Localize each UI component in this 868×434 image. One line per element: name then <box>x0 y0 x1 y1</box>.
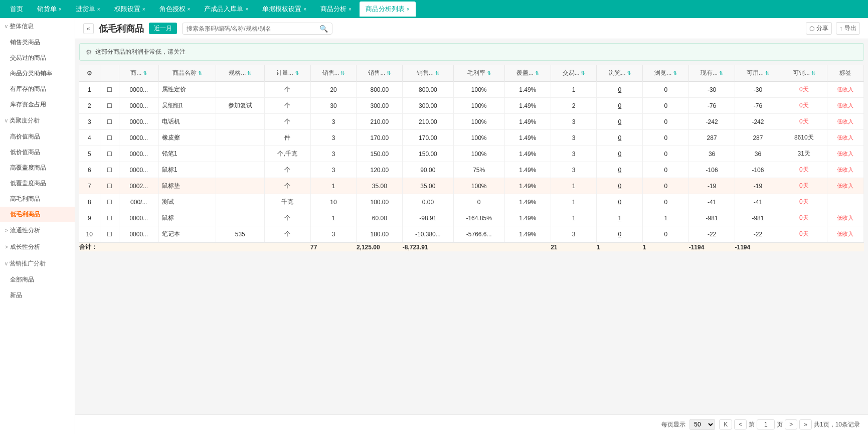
col-header-sales_price[interactable]: 销售... ⇅ <box>357 65 403 82</box>
sidebar-item-全部商品[interactable]: 全部商品 <box>0 272 75 287</box>
col-header-browse1[interactable]: 浏览... ⇅ <box>597 65 643 82</box>
sidebar-group-整体信息[interactable]: v 整体信息 <box>0 18 75 35</box>
nav-item-商品分析[interactable]: 商品分析 × <box>314 2 358 17</box>
col-header-current_stock[interactable]: 现有... ⇅ <box>689 65 735 82</box>
browse1-link[interactable]: 0 <box>618 167 622 174</box>
row-number: 1 <box>79 82 100 98</box>
nav-close-icon[interactable]: × <box>407 7 410 12</box>
browse1-link[interactable]: 0 <box>618 86 622 93</box>
page-input[interactable] <box>757 419 775 429</box>
sidebar-item-有库存的商品[interactable]: 有库存的商品 <box>0 81 75 97</box>
product-code: 0000... <box>119 210 158 226</box>
period-button[interactable]: 近一月 <box>149 23 177 34</box>
per-page-select[interactable]: 2050100200 <box>689 419 715 430</box>
sort-icon: ⇅ <box>339 70 345 76</box>
col-header-browse2[interactable]: 浏览... ⇅ <box>643 65 689 82</box>
tag: 低收入 <box>827 98 863 114</box>
sidebar-item-交易过的商品[interactable]: 交易过的商品 <box>0 50 75 66</box>
col-header-available[interactable]: 可用... ⇅ <box>735 65 781 82</box>
nav-item-权限设置[interactable]: 权限设置 × <box>108 2 151 17</box>
col-header-sales_amount[interactable]: 销售... ⇅ <box>403 65 453 82</box>
browse1-link[interactable]: 1 <box>618 215 622 222</box>
saleable-days: 0天 <box>781 162 827 178</box>
col-header-unit[interactable]: 计量... ⇅ <box>264 65 310 82</box>
col-header-name[interactable]: 商品名称 ⇅ <box>158 65 216 82</box>
trade-count: 1 <box>551 82 597 98</box>
sales-amount: -10,380... <box>403 226 453 243</box>
col-header-sales_qty[interactable]: 销售... ⇅ <box>310 65 357 82</box>
row-checkbox[interactable]: ☐ <box>100 114 119 130</box>
last-page-button[interactable]: » <box>799 419 812 429</box>
sales-qty: 1 <box>310 178 357 194</box>
browse1-link[interactable]: 0 <box>618 102 622 109</box>
col-header-gross_margin[interactable]: 毛利率 ⇅ <box>453 65 504 82</box>
nav-close-icon[interactable]: × <box>245 7 248 12</box>
nav-item-进货单[interactable]: 进货单 × <box>70 2 106 17</box>
first-page-button[interactable]: K <box>719 419 732 429</box>
row-checkbox[interactable]: ☐ <box>100 194 119 210</box>
nav-item-单据模板设置[interactable]: 单据模板设置 × <box>256 2 312 17</box>
nav-close-icon[interactable]: × <box>349 7 352 12</box>
sidebar-item-高毛利商品[interactable]: 高毛利商品 <box>0 191 75 207</box>
browse1-link[interactable]: 0 <box>618 151 622 158</box>
row-checkbox[interactable]: ☐ <box>100 178 119 194</box>
nav-close-icon[interactable]: × <box>142 7 145 12</box>
browse1-link[interactable]: 0 <box>618 118 622 125</box>
product-code: 0000... <box>119 82 158 98</box>
row-checkbox[interactable]: ☐ <box>100 226 119 243</box>
sidebar-item-新品[interactable]: 新品 <box>0 287 75 303</box>
available: -76 <box>735 98 781 114</box>
nav-close-icon[interactable]: × <box>188 7 191 12</box>
sidebar-item-商品分类助销率[interactable]: 商品分类助销率 <box>0 66 75 81</box>
browse1-link[interactable]: 0 <box>618 183 622 190</box>
sidebar-item-高价值商品[interactable]: 高价值商品 <box>0 129 75 144</box>
col-header-trade_count[interactable]: 交易... ⇅ <box>551 65 597 82</box>
col-header-saleable[interactable]: 可销... ⇅ <box>781 65 827 82</box>
sidebar-item-低价值商品[interactable]: 低价值商品 <box>0 144 75 160</box>
row-checkbox[interactable]: ☐ <box>100 146 119 162</box>
row-checkbox[interactable]: ☐ <box>100 82 119 98</box>
nav-close-icon[interactable]: × <box>59 7 62 12</box>
share-button[interactable]: ⬡ 分享 <box>806 22 832 35</box>
browse1-link[interactable]: 0 <box>618 199 622 206</box>
row-checkbox[interactable]: ☐ <box>100 98 119 114</box>
nav-item-角色授权[interactable]: 角色授权 × <box>153 2 197 17</box>
sidebar-item-销售类商品[interactable]: 销售类商品 <box>0 35 75 50</box>
nav-item-商品分析列表[interactable]: 商品分析列表 × <box>360 2 416 17</box>
sidebar-item-低覆盖度商品[interactable]: 低覆盖度商品 <box>0 176 75 191</box>
sidebar-item-高覆盖度商品[interactable]: 高覆盖度商品 <box>0 160 75 176</box>
col-header-coverage[interactable]: 覆盖... ⇅ <box>504 65 551 82</box>
nav-item-首页[interactable]: 首页 <box>4 2 29 17</box>
next-page-button[interactable]: > <box>785 419 797 429</box>
product-name: 测试 <box>158 194 216 210</box>
sales-amount: 90.00 <box>403 162 453 178</box>
row-checkbox[interactable]: ☐ <box>100 130 119 146</box>
nav-close-icon[interactable]: × <box>97 7 100 12</box>
row-checkbox[interactable]: ☐ <box>100 162 119 178</box>
nav-item-产成品入库单[interactable]: 产成品入库单 × <box>198 2 254 17</box>
search-icon[interactable]: 🔍 <box>319 25 328 33</box>
export-button[interactable]: ↑ 导出 <box>836 22 860 35</box>
nav-close-icon[interactable]: × <box>303 7 306 12</box>
browse1-link[interactable]: 0 <box>618 231 622 238</box>
col-header-code[interactable]: 商... ⇅ <box>119 65 158 82</box>
coverage: 1.49% <box>504 194 551 210</box>
search-input[interactable] <box>187 25 319 32</box>
total-info: 共1页，10条记录 <box>814 420 860 429</box>
sidebar-item-低毛利商品[interactable]: 低毛利商品 <box>0 207 75 222</box>
collapse-button[interactable]: « <box>83 23 94 34</box>
sidebar-group-成长性分析[interactable]: > 成长性分析 <box>0 239 75 255</box>
sidebar-group-类聚度分析[interactable]: v 类聚度分析 <box>0 112 75 129</box>
nav-item-销货单[interactable]: 销货单 × <box>31 2 68 17</box>
trade-count: 3 <box>551 146 597 162</box>
col-header-spec[interactable]: 规格... ⇅ <box>216 65 264 82</box>
coverage: 1.49% <box>504 178 551 194</box>
sidebar-group-流通性分析[interactable]: > 流通性分析 <box>0 222 75 239</box>
sidebar-group-营销推广分析[interactable]: v 营销推广分析 <box>0 255 75 272</box>
sidebar-item-库存资金占用[interactable]: 库存资金占用 <box>0 97 75 112</box>
prev-page-button[interactable]: < <box>734 419 747 429</box>
browse1-link[interactable]: 0 <box>618 134 622 141</box>
row-number: 4 <box>79 130 100 146</box>
row-checkbox[interactable]: ☐ <box>100 210 119 226</box>
saleable-days: 8610天 <box>781 130 827 146</box>
